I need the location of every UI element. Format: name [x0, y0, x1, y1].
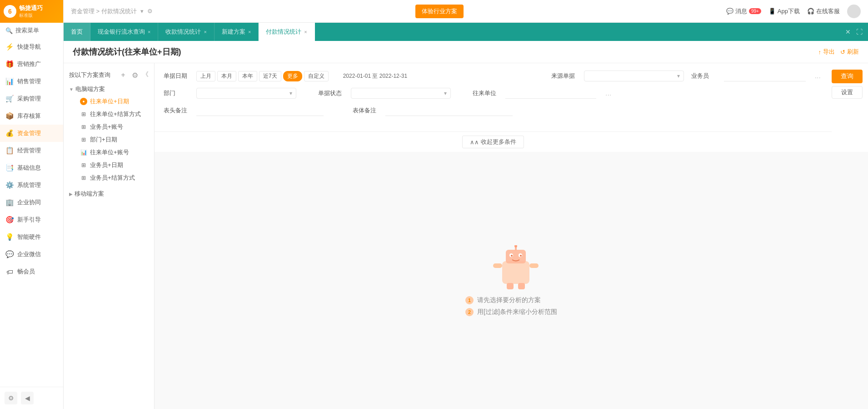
scheme-item-staff-account[interactable]: ⊞ 业务员+账号 [76, 121, 149, 133]
enterprise-label: 企业协同 [17, 198, 41, 207]
system-label: 系统管理 [17, 181, 41, 189]
query-btn[interactable]: 查询 [832, 70, 863, 83]
date-btn-this-year[interactable]: 本年 [238, 71, 257, 81]
user-avatar[interactable] [847, 5, 861, 18]
status-select[interactable]: ▾ [351, 88, 451, 99]
footer-collapse-btn[interactable]: ◀ [21, 392, 34, 404]
scheme-item-table-icon-2: ⊞ [80, 123, 87, 131]
status-label: 单据状态 [318, 89, 344, 97]
scheme-item-partner-account[interactable]: 📊 往来单位+账号 [76, 146, 149, 159]
table-body-input[interactable] [385, 105, 513, 116]
hardware-label: 智能硬件 [17, 233, 41, 241]
window-close-btn[interactable]: ✕ [845, 28, 851, 35]
wechat-label: 企业微信 [17, 250, 41, 258]
tab-cashflow-close[interactable]: × [148, 29, 150, 35]
svg-point-6 [511, 255, 513, 257]
sidebar-item-basic[interactable]: 📑 基础信息 [0, 159, 63, 177]
tip1-num: 1 [465, 296, 474, 304]
date-btn-last-month[interactable]: 上月 [196, 71, 215, 81]
date-btn-more[interactable]: 更多 [283, 71, 302, 81]
table-head-input[interactable] [196, 105, 324, 116]
operation-icon: 📋 [5, 146, 14, 155]
guide-label: 新手引导 [17, 216, 41, 224]
collapse-label: 收起更多条件 [481, 138, 516, 146]
desktop-category-header[interactable]: ▼ 电脑端方案 [69, 85, 149, 93]
sidebar-item-member[interactable]: 🏷 畅会员 [0, 263, 63, 280]
staff-dots-btn[interactable]: ... [813, 72, 823, 80]
inventory-label: 库存核算 [17, 112, 41, 120]
online-service-label: 在线客服 [816, 7, 840, 15]
svg-rect-9 [529, 263, 539, 268]
scheme-item-partner-date[interactable]: ● 往来单位+日期 [76, 95, 149, 108]
sales-label: 销售管理 [17, 77, 41, 86]
date-btn-this-month[interactable]: 本月 [217, 71, 236, 81]
scheme-panel-collapse-btn[interactable]: 《 [142, 71, 149, 80]
tab-collection[interactable]: 收款情况统计 × [158, 23, 214, 41]
page-header: 付款情况统计(往来单位+日期) ↑ 导出 ↺ 刷新 [64, 41, 868, 63]
topbar-settings-icon[interactable]: ⚙ [147, 8, 153, 15]
scheme-item-staff-account-label: 业务员+账号 [90, 123, 123, 131]
tab-home[interactable]: 首页 [64, 23, 90, 41]
svg-rect-0 [502, 261, 529, 284]
refresh-btn[interactable]: ↺ 刷新 [840, 48, 859, 56]
table-head-label: 表头备注 [164, 106, 189, 115]
sidebar-item-wechat[interactable]: 💬 企业微信 [0, 246, 63, 263]
scheme-item-dept-date[interactable]: ⊞ 部门+日期 [76, 133, 149, 146]
tab-spacer [315, 23, 840, 41]
tab-payment-stat-close[interactable]: × [304, 29, 307, 35]
scheme-item-partner-settle[interactable]: ⊞ 往来单位+结算方式 [76, 108, 149, 121]
sidebar-item-hardware[interactable]: 💡 智能硬件 [0, 228, 63, 246]
date-btn-custom[interactable]: 自定义 [304, 71, 329, 81]
tab-cashflow[interactable]: 现金银行流水查询 × [90, 23, 158, 41]
page-title: 付款情况统计(往来单位+日期) [73, 46, 181, 57]
partner-dots-btn[interactable]: ... [604, 89, 613, 97]
tab-collection-close[interactable]: × [204, 29, 206, 35]
scheme-item-staff-date[interactable]: ⊞ 业务员+日期 [76, 159, 149, 172]
app-download-label: App下载 [778, 7, 800, 15]
scheme-add-btn[interactable]: + [119, 71, 128, 80]
sidebar-item-inventory[interactable]: 📦 库存核算 [0, 107, 63, 125]
sidebar-item-system[interactable]: ⚙️ 系统管理 [0, 177, 63, 194]
logo-text-block: 畅捷通巧 标准版 [19, 4, 43, 19]
date-label: 单据日期 [164, 72, 189, 80]
filter-settings-btn[interactable]: 设置 [832, 86, 863, 99]
scheme-settings-btn[interactable]: ⚙ [130, 71, 140, 80]
search-menu[interactable]: 🔍 搜索菜单 [0, 23, 63, 38]
trial-btn[interactable]: 体验行业方案 [415, 5, 464, 18]
sales-icon: 📊 [5, 77, 14, 86]
empty-tip-1: 1 请先选择要分析的方案 [465, 296, 557, 304]
tab-new-plan-close[interactable]: × [248, 29, 251, 35]
footer-settings-btn[interactable]: ⚙ [5, 392, 17, 404]
message-label: 消息 [735, 7, 747, 15]
mobile-category-label: 移动端方案 [75, 190, 104, 198]
tab-new-plan[interactable]: 新建方案 × [215, 23, 259, 41]
basic-icon: 📑 [5, 164, 14, 172]
online-service-item[interactable]: 🎧 在线客服 [807, 7, 840, 15]
staff-input[interactable] [724, 71, 806, 81]
member-icon: 🏷 [5, 268, 14, 276]
sidebar-item-marketing[interactable]: 🎁 营销推广 [0, 56, 63, 73]
message-badge: 99+ [749, 8, 761, 14]
sidebar-item-enterprise[interactable]: 🏢 企业协同 [0, 194, 63, 211]
scheme-item-staff-settle[interactable]: ⊞ 业务员+结算方式 [76, 172, 149, 184]
date-btn-7days[interactable]: 近7天 [259, 71, 281, 81]
sidebar-item-guide[interactable]: 🎯 新手引导 [0, 211, 63, 228]
tab-payment-stat[interactable]: 付款情况统计 × [259, 23, 314, 41]
collapse-btn[interactable]: ∧∧ 收起更多条件 [462, 136, 524, 148]
export-btn[interactable]: ↑ 导出 [818, 48, 835, 56]
app-download-item[interactable]: 📱 App下载 [768, 7, 800, 15]
sidebar-item-sales[interactable]: 📊 销售管理 [0, 73, 63, 90]
dropdown-arrow-icon[interactable]: ▾ [140, 8, 144, 15]
mobile-category-header[interactable]: ▶ 移动端方案 [69, 190, 149, 198]
sidebar-item-quicknav[interactable]: ⚡ 快捷导航 [0, 38, 63, 56]
scheme-item-chart-icon: 📊 [80, 149, 87, 156]
sidebar-item-capital[interactable]: 💰 资金管理 [0, 125, 63, 142]
source-select[interactable]: ▾ [584, 71, 684, 81]
partner-input[interactable] [505, 88, 596, 99]
phone-icon: 📱 [768, 8, 776, 15]
message-item[interactable]: 💬 消息 99+ [726, 7, 761, 15]
dept-select[interactable]: ▾ [196, 88, 296, 99]
window-expand-btn[interactable]: ⛶ [856, 28, 863, 35]
sidebar-item-operation[interactable]: 📋 经营管理 [0, 142, 63, 159]
sidebar-item-purchase[interactable]: 🛒 采购管理 [0, 90, 63, 107]
